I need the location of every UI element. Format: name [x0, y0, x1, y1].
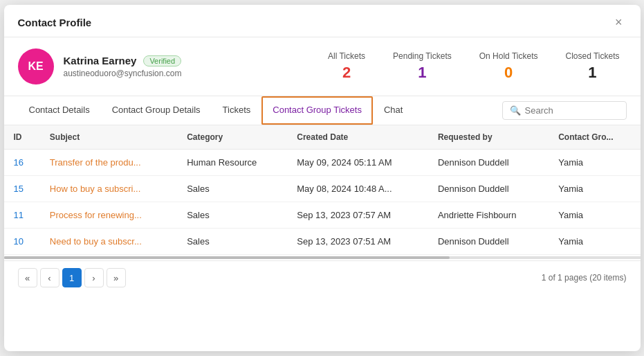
- stat-closed-tickets: Closed Tickets 1: [565, 51, 619, 82]
- page-info: 1 of 1 pages (20 items): [542, 273, 627, 283]
- current-page-button[interactable]: 1: [62, 268, 82, 287]
- close-button[interactable]: ×: [611, 15, 627, 30]
- cell-requested-by: Dennison Duddell: [428, 229, 549, 255]
- verified-badge: Verified: [143, 55, 181, 66]
- cell-requested-by: Dennison Duddell: [428, 150, 549, 176]
- search-icon: 🔍: [510, 105, 521, 116]
- cell-contact-group: Yamia: [549, 176, 640, 202]
- cell-created-date: May 08, 2024 10:48 A...: [287, 176, 428, 202]
- prev-page-button[interactable]: ‹: [40, 268, 59, 287]
- stat-all-tickets: All Tickets 2: [328, 51, 365, 82]
- modal-header: Contact Profile ×: [4, 5, 641, 37]
- cell-created-date: May 09, 2024 05:11 AM: [287, 150, 428, 176]
- cell-contact-group: Yamia: [549, 150, 640, 176]
- horizontal-scrollbar-track[interactable]: [4, 256, 641, 259]
- cell-id[interactable]: 11: [4, 202, 40, 229]
- stat-pending-tickets: Pending Tickets 1: [393, 51, 452, 82]
- modal-title: Contact Profile: [18, 17, 92, 28]
- col-created-date: Created Date: [287, 125, 428, 150]
- stat-onhold-tickets: On Hold Tickets 0: [479, 51, 538, 82]
- tab-contact-group-details[interactable]: Contact Group Details: [101, 96, 212, 125]
- tab-chat[interactable]: Chat: [373, 96, 414, 125]
- cell-category: Sales: [177, 229, 287, 255]
- ticket-stats: All Tickets 2 Pending Tickets 1 On Hold …: [328, 51, 626, 82]
- table-row: 11 Process for renewing... Sales Sep 13,…: [4, 202, 641, 229]
- contact-profile-modal: Contact Profile × KE Katrina Earney Veri…: [4, 5, 641, 351]
- first-page-button[interactable]: «: [18, 268, 37, 287]
- cell-created-date: Sep 13, 2023 07:51 AM: [287, 229, 428, 255]
- table-row: 10 Need to buy a subscr... Sales Sep 13,…: [4, 229, 641, 255]
- tab-contact-details[interactable]: Contact Details: [18, 96, 101, 125]
- search-box: 🔍: [502, 101, 627, 120]
- col-category: Category: [177, 125, 287, 150]
- pagination: « ‹ 1 › » 1 of 1 pages (20 items): [4, 260, 641, 294]
- cell-category: Sales: [177, 202, 287, 229]
- cell-requested-by: Dennison Duddell: [428, 176, 549, 202]
- avatar: KE: [18, 48, 54, 84]
- cell-id[interactable]: 15: [4, 176, 40, 202]
- col-contact-group: Contact Gro...: [549, 125, 640, 150]
- profile-name: Katrina Earney: [64, 55, 137, 66]
- stat-pending-tickets-value: 1: [393, 64, 452, 82]
- tab-tickets[interactable]: Tickets: [212, 96, 262, 125]
- col-subject: Subject: [40, 125, 177, 150]
- cell-subject[interactable]: How to buy a subscri...: [40, 176, 177, 202]
- cell-id[interactable]: 16: [4, 150, 40, 176]
- profile-section: KE Katrina Earney Verified austineoduoro…: [4, 37, 641, 96]
- search-input[interactable]: [525, 105, 619, 116]
- stat-onhold-tickets-label: On Hold Tickets: [479, 51, 538, 61]
- stat-pending-tickets-label: Pending Tickets: [393, 51, 452, 61]
- profile-email: austineoduoro@syncfusion.com: [64, 69, 329, 78]
- next-page-button[interactable]: ›: [84, 268, 104, 287]
- cell-id[interactable]: 10: [4, 229, 40, 255]
- col-id: ID: [4, 125, 40, 150]
- table-row: 15 How to buy a subscri... Sales May 08,…: [4, 176, 641, 202]
- cell-requested-by: Andriette Fishbourn: [428, 202, 549, 229]
- tabs-row: Contact Details Contact Group Details Ti…: [4, 96, 641, 125]
- stat-closed-tickets-label: Closed Tickets: [565, 51, 619, 61]
- horizontal-scrollbar-thumb[interactable]: [4, 256, 450, 259]
- cell-subject[interactable]: Process for renewing...: [40, 202, 177, 229]
- cell-contact-group: Yamia: [549, 202, 640, 229]
- stat-all-tickets-label: All Tickets: [328, 51, 365, 61]
- cell-contact-group: Yamia: [549, 229, 640, 255]
- profile-info: Katrina Earney Verified austineoduoro@sy…: [64, 55, 329, 78]
- tab-contact-group-tickets[interactable]: Contact Group Tickets: [261, 96, 373, 125]
- stat-all-tickets-value: 2: [328, 64, 365, 82]
- stat-closed-tickets-value: 1: [565, 64, 619, 82]
- table-container: ID Subject Category Created Date Request…: [4, 125, 641, 260]
- last-page-button[interactable]: »: [107, 268, 126, 287]
- cell-category: Human Resource: [177, 150, 287, 176]
- table-row: 16 Transfer of the produ... Human Resour…: [4, 150, 641, 176]
- col-requested-by: Requested by: [428, 125, 549, 150]
- page-controls: « ‹ 1 › »: [18, 268, 126, 287]
- cell-category: Sales: [177, 176, 287, 202]
- profile-name-row: Katrina Earney Verified: [64, 55, 329, 66]
- cell-subject[interactable]: Need to buy a subscr...: [40, 229, 177, 255]
- tickets-table: ID Subject Category Created Date Request…: [4, 125, 641, 255]
- table-header-row: ID Subject Category Created Date Request…: [4, 125, 641, 150]
- stat-onhold-tickets-value: 0: [479, 64, 538, 82]
- cell-subject[interactable]: Transfer of the produ...: [40, 150, 177, 176]
- cell-created-date: Sep 13, 2023 07:57 AM: [287, 202, 428, 229]
